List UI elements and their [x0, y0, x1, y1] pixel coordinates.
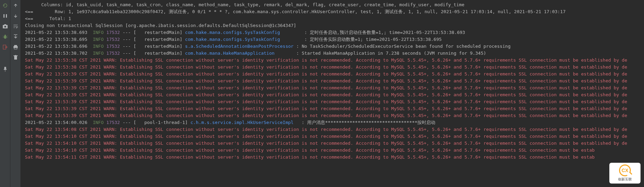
pause-icon[interactable]	[2, 13, 8, 19]
svg-rect-14	[14, 48, 17, 49]
console-line: 2021-05-22 13:53:38.693 INFO 17532 --- […	[25, 29, 644, 36]
console-line: Sat May 22 13:54:10 CST 2021 WARN: Estab…	[25, 140, 644, 147]
console-line: Sat May 22 13:53:39 CST 2021 WARN: Estab…	[25, 91, 644, 98]
rerun-icon[interactable]	[2, 3, 8, 8]
print-icon[interactable]	[13, 44, 18, 50]
svg-point-6	[5, 35, 6, 36]
console-line: <== Total: 1	[25, 15, 644, 22]
console-line: 2021-05-22 13:54:00.026 INFO 17532 --- […	[25, 119, 644, 126]
pin-icon[interactable]	[2, 66, 8, 72]
console-line: Sat May 22 13:53:39 CST 2021 WARN: Estab…	[25, 98, 644, 105]
console-line: Sat May 22 13:54:08 CST 2021 WARN: Estab…	[25, 126, 644, 133]
console-line: Sat May 22 13:53:38 CST 2021 WARN: Estab…	[25, 57, 644, 64]
down-arrow-icon[interactable]	[13, 13, 18, 19]
exit-icon[interactable]	[2, 44, 8, 50]
console-line: 2021-05-22 13:53:38.696 INFO 17532 --- […	[25, 43, 644, 50]
console-line: Columns: id, task_uuid, task_name, task_…	[25, 1, 644, 8]
trash-icon[interactable]	[13, 55, 18, 60]
console-line: Sat May 22 13:53:38 CST 2021 WARN: Estab…	[25, 64, 644, 71]
svg-rect-3	[4, 24, 6, 25]
svg-line-7	[3, 36, 3, 36]
svg-rect-15	[14, 56, 17, 60]
svg-line-8	[7, 36, 8, 36]
run-toolbar	[0, 0, 10, 187]
console-line: 2021-05-22 13:53:38.702 INFO 17532 --- […	[25, 50, 644, 57]
console-line: 2021-05-22 13:53:38.695 INFO 17532 --- […	[25, 36, 644, 43]
svg-rect-0	[3, 14, 5, 18]
console-line: Sat May 22 13:53:39 CST 2021 WARN: Estab…	[25, 84, 644, 91]
console-line: Sat May 22 13:54:10 CST 2021 WARN: Estab…	[25, 147, 644, 154]
console-line: Sat May 22 13:54:11 CST 2021 WARN: Estab…	[25, 154, 644, 161]
svg-rect-12	[14, 45, 17, 46]
svg-point-4	[4, 26, 6, 28]
console-line: Sat May 22 13:54:10 CST 2021 WARN: Estab…	[25, 133, 644, 140]
console-toolbar	[10, 0, 21, 187]
scroll-end-icon[interactable]	[13, 34, 18, 39]
svg-rect-17	[15, 55, 16, 55]
up-arrow-icon[interactable]	[13, 3, 18, 8]
wrap-icon[interactable]	[13, 24, 18, 29]
camera-icon[interactable]	[2, 24, 8, 29]
svg-rect-1	[6, 14, 7, 18]
console-line: <== Row: 1, 1e937c8ca9ab11eba323000c298f…	[25, 8, 644, 15]
svg-rect-16	[14, 55, 18, 56]
console-output[interactable]: Columns: id, task_uuid, task_name, task_…	[21, 0, 644, 187]
console-line: Sat May 22 13:53:39 CST 2021 WARN: Estab…	[25, 71, 644, 78]
console-line: Sat May 22 13:53:39 CST 2021 WARN: Estab…	[25, 105, 644, 112]
console-line: Sat May 22 13:53:39 CST 2021 WARN: Estab…	[25, 78, 644, 84]
console-line: Sat May 22 13:53:39 CST 2021 WARN: Estab…	[25, 112, 644, 119]
bug-icon[interactable]	[2, 34, 8, 39]
watermark-text: 创新互联	[618, 177, 632, 182]
watermark-logo: CX 创新互联	[609, 163, 641, 184]
console-line: Closing non transactional SqlSession [or…	[25, 22, 644, 29]
